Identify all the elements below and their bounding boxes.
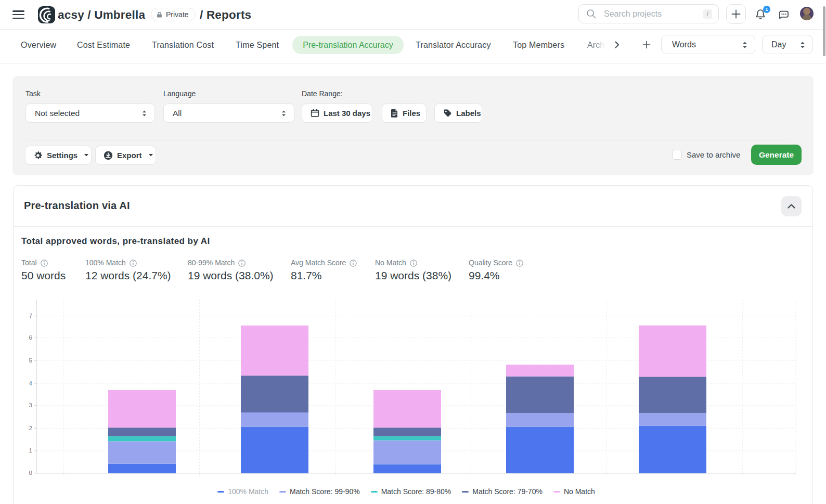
svg-text:5: 5 xyxy=(29,357,32,364)
svg-text:4: 4 xyxy=(29,380,33,386)
svg-text:0: 0 xyxy=(29,470,32,476)
svg-text:1: 1 xyxy=(29,447,32,454)
svg-text:7: 7 xyxy=(29,313,32,319)
svg-text:6: 6 xyxy=(29,334,32,341)
svg-text:2: 2 xyxy=(29,425,32,431)
svg-text:3: 3 xyxy=(29,402,32,408)
